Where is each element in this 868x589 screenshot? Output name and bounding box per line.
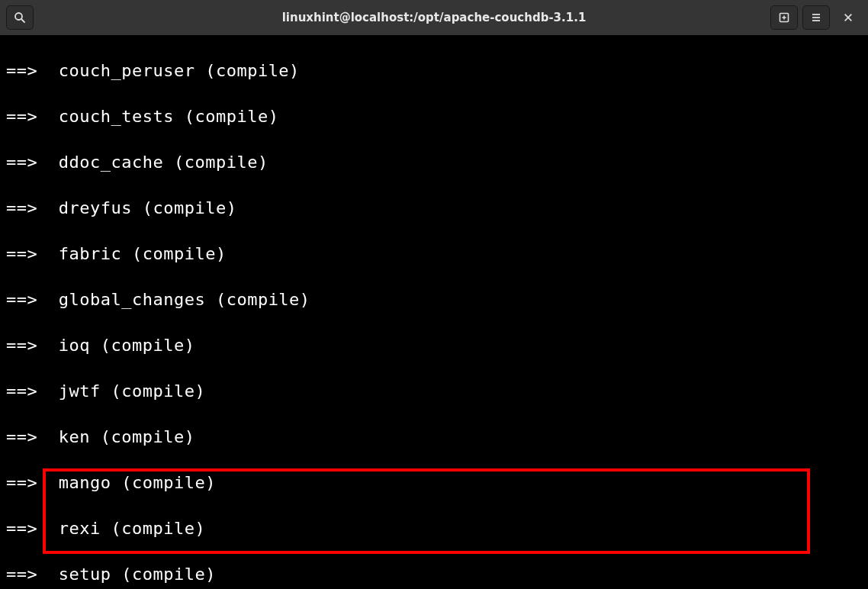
close-icon <box>843 12 854 23</box>
terminal-line: ==> dreyfus (compile) <box>6 197 862 220</box>
terminal-line: ==> rexi (compile) <box>6 517 862 540</box>
window-title: linuxhint@localhost:/opt/apache-couchdb-… <box>282 11 587 24</box>
search-button[interactable] <box>6 5 34 30</box>
terminal-line: ==> ddoc_cache (compile) <box>6 151 862 174</box>
terminal-line: ==> fabric (compile) <box>6 243 862 266</box>
terminal-line: ==> couch_tests (compile) <box>6 105 862 128</box>
titlebar-right <box>770 5 862 30</box>
close-button[interactable] <box>834 5 862 30</box>
terminal-line: ==> jwtf (compile) <box>6 380 862 403</box>
hamburger-icon <box>810 11 822 24</box>
svg-line-1 <box>21 19 24 22</box>
search-icon <box>14 11 26 24</box>
terminal-line: ==> ioq (compile) <box>6 334 862 357</box>
new-tab-icon <box>778 11 790 24</box>
terminal-line: ==> ken (compile) <box>6 426 862 449</box>
menu-button[interactable] <box>802 5 830 30</box>
terminal-line: ==> setup (compile) <box>6 563 862 586</box>
window-titlebar: linuxhint@localhost:/opt/apache-couchdb-… <box>0 0 868 35</box>
new-tab-button[interactable] <box>770 5 798 30</box>
terminal-line: ==> mango (compile) <box>6 472 862 494</box>
terminal-line: ==> couch_peruser (compile) <box>6 60 862 82</box>
terminal-line: ==> global_changes (compile) <box>6 288 862 311</box>
terminal-output[interactable]: ==> couch_peruser (compile) ==> couch_te… <box>0 35 868 589</box>
titlebar-left <box>6 5 34 30</box>
